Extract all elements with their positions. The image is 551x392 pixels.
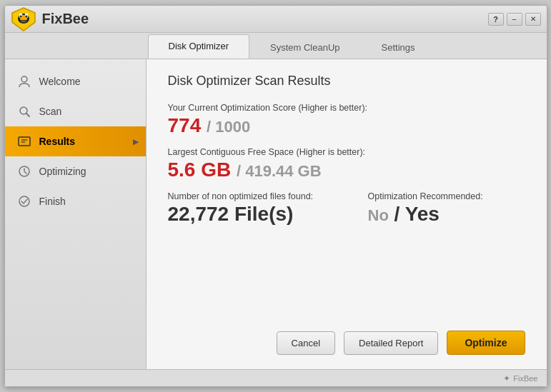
- svg-rect-12: [19, 137, 30, 146]
- app-logo: [11, 6, 36, 32]
- result-bottom-row: Number of non optimized files found: 22,…: [168, 191, 525, 226]
- results-icon: [16, 134, 32, 149]
- sidebar-item-finish[interactable]: Finish: [5, 186, 146, 216]
- svg-point-16: [19, 196, 29, 206]
- welcome-icon: [16, 74, 32, 89]
- non-optimized-value: 22,772 File(s): [168, 203, 325, 226]
- svg-rect-6: [20, 21, 27, 23]
- main-area: Welcome Scan: [5, 59, 547, 369]
- cancel-button[interactable]: Cancel: [277, 331, 335, 355]
- svg-point-7: [19, 15, 21, 17]
- optimization-recommended-label: Optimization Recommended:: [368, 191, 525, 201]
- optimization-score-label: Your Current Optimization Score (Higher …: [168, 103, 525, 113]
- free-space-section: Largest Contiguous Free Space (Higher is…: [168, 147, 525, 181]
- scan-icon: [16, 104, 32, 119]
- detailed-report-button[interactable]: Detailed Report: [344, 331, 438, 355]
- recommended-sep: / Yes: [394, 203, 440, 225]
- svg-rect-5: [19, 20, 28, 21]
- bottom-bar: Cancel Detailed Report Optimize: [168, 323, 525, 355]
- sidebar-item-optimizing[interactable]: Optimizing: [5, 156, 146, 186]
- tab-settings[interactable]: Settings: [361, 36, 436, 59]
- sidebar-label-results: Results: [39, 136, 76, 147]
- optimizing-icon: [16, 164, 32, 179]
- app-name: FixBee: [42, 11, 89, 27]
- tab-bar: Disk Optimizer System CleanUp Settings: [5, 33, 547, 59]
- close-button[interactable]: ✕: [525, 13, 541, 26]
- optimization-recommended-value: No / Yes: [368, 203, 525, 226]
- tab-system-cleanup[interactable]: System CleanUp: [249, 36, 361, 59]
- title-bar-left: FixBee: [11, 6, 89, 32]
- finish-icon: [16, 194, 32, 209]
- free-space-label: Largest Contiguous Free Space (Higher is…: [168, 147, 525, 157]
- sidebar-item-scan[interactable]: Scan: [5, 96, 146, 126]
- minimize-button[interactable]: –: [507, 13, 522, 26]
- non-optimized-section: Number of non optimized files found: 22,…: [168, 191, 325, 226]
- title-bar: FixBee ? – ✕: [5, 6, 547, 33]
- svg-point-9: [21, 76, 27, 82]
- content-area: Disk Optimizer Scan Results Your Current…: [147, 59, 547, 369]
- optimization-recommended-section: Optimization Recommended: No / Yes: [368, 191, 525, 226]
- svg-line-11: [26, 114, 29, 116]
- free-space-total: / 419.44 GB: [237, 162, 322, 180]
- recommended-no: No: [368, 206, 389, 224]
- sidebar-label-welcome: Welcome: [39, 76, 81, 87]
- sidebar: Welcome Scan: [5, 59, 147, 369]
- title-bar-controls: ? – ✕: [488, 13, 541, 26]
- sidebar-item-welcome[interactable]: Welcome: [5, 66, 146, 96]
- help-button[interactable]: ?: [488, 13, 504, 26]
- free-space-value: 5.6 GB / 419.44 GB: [168, 159, 525, 181]
- non-optimized-number: 22,772 File(s): [168, 203, 294, 225]
- footer-brand: FixBee: [513, 374, 537, 383]
- tab-disk-optimizer[interactable]: Disk Optimizer: [148, 34, 250, 59]
- sidebar-label-optimizing: Optimizing: [39, 166, 86, 177]
- svg-point-8: [25, 15, 27, 17]
- score-number: 774: [168, 114, 202, 136]
- optimization-score-value: 774 / 1000: [168, 114, 525, 137]
- optimization-score-section: Your Current Optimization Score (Higher …: [168, 103, 525, 137]
- score-max: / 1000: [207, 118, 250, 136]
- page-title: Disk Optimizer Scan Results: [168, 74, 525, 89]
- sidebar-label-finish: Finish: [39, 196, 66, 207]
- main-window: FixBee ? – ✕ Disk Optimizer System Clean…: [4, 5, 547, 387]
- footer-bee-icon: ✦: [503, 373, 510, 383]
- non-optimized-label: Number of non optimized files found:: [168, 191, 325, 201]
- sidebar-label-scan: Scan: [39, 106, 62, 117]
- sidebar-item-results[interactable]: Results: [5, 126, 146, 156]
- optimize-button[interactable]: Optimize: [447, 331, 525, 355]
- spacer: [168, 226, 525, 323]
- footer: ✦ FixBee: [5, 369, 547, 386]
- free-space-number: 5.6 GB: [168, 159, 232, 181]
